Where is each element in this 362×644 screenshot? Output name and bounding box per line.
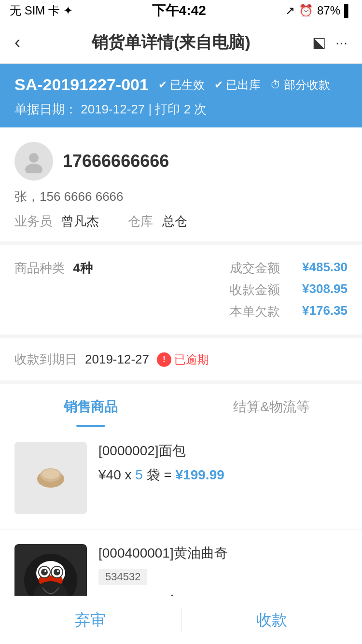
order-id: SA-20191227-001 xyxy=(14,75,149,94)
warehouse-value: 总仓 xyxy=(162,214,187,228)
svg-point-0 xyxy=(29,153,39,163)
print-count: 2 次 xyxy=(184,102,207,116)
received-row: 收款金额 ¥308.95 xyxy=(230,281,348,298)
product-image-1 xyxy=(14,442,87,514)
overdue-icon: ! xyxy=(157,352,171,367)
amount-label: 成交金额 xyxy=(230,260,280,277)
no-sim-text: 无 SIM 卡 ✦ xyxy=(10,3,73,18)
sales-label: 业务员 xyxy=(14,214,52,228)
customer-section: 17666666666 张，156 6666 6666 业务员 曾凡杰 仓库 总… xyxy=(0,127,362,245)
product-name-1: [0000002]面包 xyxy=(98,442,348,460)
badge-shipped: ✔ 已出库 xyxy=(214,77,261,93)
share-icon[interactable]: ⬕ xyxy=(312,34,326,51)
bottom-bar: 弃审 收款 xyxy=(0,596,362,644)
amount-value: ¥485.30 xyxy=(290,260,348,277)
received-value: ¥308.95 xyxy=(290,281,348,298)
badge-shipped-text: 已出库 xyxy=(226,77,261,93)
status-bar: 无 SIM 卡 ✦ 下午4:42 ↗ ⏰ 87% ▌ xyxy=(0,0,362,21)
warehouse-label: 仓库 xyxy=(128,214,153,228)
sales-value: 曾凡杰 xyxy=(61,214,99,228)
overdue-badge: ! 已逾期 xyxy=(157,352,209,367)
tab-settlement[interactable]: 结算&物流等 xyxy=(181,384,362,427)
badge-effected: ✔ 已生效 xyxy=(158,77,205,93)
status-right: ↗ ⏰ 87% ▌ xyxy=(285,4,352,17)
alarm-icon: ⏰ xyxy=(299,4,313,17)
due-date-value: 2019-12-27 xyxy=(85,352,149,367)
back-button[interactable]: ‹ xyxy=(14,32,30,53)
more-icon[interactable]: ··· xyxy=(335,34,348,51)
amount-row: 成交金额 ¥485.30 xyxy=(230,260,348,277)
due-date-section: 收款到期日 2019-12-27 ! 已逾期 xyxy=(0,338,362,384)
collect-button[interactable]: 收款 xyxy=(181,600,362,641)
order-date-row: 单据日期： 2019-12-27 | 打印 2 次 xyxy=(14,101,348,118)
date-value: 2019-12-27 xyxy=(81,102,145,116)
owed-value: ¥176.35 xyxy=(290,303,348,320)
status-time: 下午4:42 xyxy=(152,1,206,20)
summary-section: 商品种类 4种 成交金额 ¥485.30 收款金额 ¥308.95 本单欠款 ¥… xyxy=(0,245,362,338)
tabs-section: 销售商品 结算&物流等 xyxy=(0,384,362,427)
print-separator: | xyxy=(148,102,155,116)
bread-icon xyxy=(31,459,70,497)
avatar-icon xyxy=(22,149,46,173)
svg-point-5 xyxy=(42,469,59,479)
sales-person: 业务员 曾凡杰 xyxy=(14,213,99,230)
print-label: 打印 xyxy=(155,102,180,116)
category-info: 商品种类 4种 xyxy=(14,260,93,277)
tab-products-label: 销售商品 xyxy=(64,399,118,414)
product-name-2: [000400001]黄油曲奇 xyxy=(98,544,348,562)
location-icon: ↗ xyxy=(285,4,295,17)
clock-icon: ⏱ xyxy=(270,79,281,91)
check-icon-1: ✔ xyxy=(158,79,167,91)
order-header: SA-20191227-001 ✔ 已生效 ✔ 已出库 ⏱ 部分收款 单据日期：… xyxy=(0,64,362,127)
avatar xyxy=(14,142,53,181)
due-label: 收款到期日 xyxy=(14,351,77,368)
product-item-1: [0000002]面包 ¥40 x 5 袋 = ¥199.99 xyxy=(0,427,362,529)
category-label: 商品种类 xyxy=(14,261,65,275)
order-id-row: SA-20191227-001 ✔ 已生效 ✔ 已出库 ⏱ 部分收款 xyxy=(14,75,348,94)
owed-label: 本单欠款 xyxy=(230,303,280,320)
badge-effected-text: 已生效 xyxy=(170,77,205,93)
svg-point-13 xyxy=(54,569,60,575)
customer-meta: 业务员 曾凡杰 仓库 总仓 xyxy=(14,213,348,230)
warehouse: 仓库 总仓 xyxy=(128,213,187,230)
product-tag-2: 534532 xyxy=(98,569,147,585)
badge-partial: ⏱ 部分收款 xyxy=(270,77,330,93)
product-unit-price-1: ¥40 xyxy=(98,467,121,482)
product-multiply-1: x xyxy=(125,467,136,482)
svg-point-12 xyxy=(41,569,48,575)
category-value: 4种 xyxy=(73,261,92,275)
product-eq-1: = xyxy=(164,467,175,482)
financial-summary: 成交金额 ¥485.30 收款金额 ¥308.95 本单欠款 ¥176.35 xyxy=(230,260,348,320)
page-title: 销货单详情(来自电脑) xyxy=(30,31,312,54)
battery-icon: ▌ xyxy=(344,4,352,17)
product-info-1: [0000002]面包 ¥40 x 5 袋 = ¥199.99 xyxy=(98,442,348,484)
owed-row: 本单欠款 ¥176.35 xyxy=(230,303,348,320)
svg-point-15 xyxy=(57,570,59,572)
nav-right-actions: ⬕ ··· xyxy=(312,34,348,51)
customer-name: 张，156 6666 6666 xyxy=(14,188,348,205)
svg-point-14 xyxy=(44,570,46,572)
product-price-row-1: ¥40 x 5 袋 = ¥199.99 xyxy=(98,466,348,484)
status-left: 无 SIM 卡 ✦ xyxy=(10,3,73,18)
product-unit-1: 袋 xyxy=(147,467,160,482)
cancel-review-button[interactable]: 弃审 xyxy=(0,600,181,641)
battery-text: 87% xyxy=(317,4,340,17)
product-qty-1: 5 xyxy=(135,467,143,482)
customer-row: 17666666666 xyxy=(14,142,348,181)
received-label: 收款金额 xyxy=(230,281,280,298)
bread-image-placeholder xyxy=(14,442,87,514)
tab-products[interactable]: 销售商品 xyxy=(0,384,181,427)
tab-settlement-label: 结算&物流等 xyxy=(233,399,310,414)
check-icon-2: ✔ xyxy=(214,79,223,91)
product-total-1: ¥199.99 xyxy=(176,467,224,482)
date-label: 单据日期： xyxy=(14,102,77,116)
svg-point-1 xyxy=(25,164,42,173)
badge-partial-text: 部分收款 xyxy=(284,77,330,93)
nav-bar: ‹ 销货单详情(来自电脑) ⬕ ··· xyxy=(0,21,362,64)
customer-phone: 17666666666 xyxy=(63,151,169,171)
overdue-text: 已逾期 xyxy=(174,352,209,367)
